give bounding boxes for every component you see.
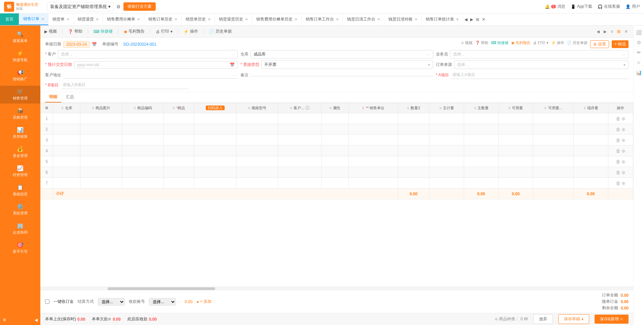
toolbar-help[interactable]: ❓ 帮助 — [68, 29, 82, 34]
copy-row-icon[interactable]: ⊕ — [621, 170, 626, 175]
sidebar-item-basic[interactable]: 📋 基础信息 — [0, 181, 40, 199]
tab-daily-reconcile[interactable]: 钱货日清对账 ✕ — [384, 13, 422, 25]
address-dots[interactable]: ··· — [233, 73, 236, 77]
payment-method-select[interactable]: 选择... — [98, 298, 125, 306]
payment-account-select[interactable]: 选择... — [149, 298, 176, 306]
copy-row-icon[interactable]: ⊕ — [621, 180, 626, 186]
copy-row-icon[interactable]: ⊕ — [621, 159, 626, 164]
copy-row-icon[interactable]: ⊕ — [621, 127, 626, 132]
delete-row-icon[interactable]: 🗑 — [616, 180, 620, 186]
staff-placeholder[interactable]: 选择... — [453, 51, 622, 57]
toolbar-operation[interactable]: ⚡ 操作 — [184, 29, 198, 34]
col-main-unit[interactable]: ⇅ 主计量 — [429, 103, 464, 113]
close-icon[interactable]: ✕ — [137, 17, 140, 21]
help-btn[interactable]: ❓ 帮助 — [475, 40, 488, 48]
sidebar-item-guide[interactable]: ⚡ 快捷导航 — [0, 47, 40, 65]
toolbar-history[interactable]: 📄 历史单据 — [209, 29, 232, 34]
sidebar-item-finance[interactable]: 💰 资金管理 — [0, 143, 40, 161]
right-tool-4[interactable]: ☆ — [635, 58, 643, 67]
col-available2[interactable]: ⇅ 可用量... — [533, 103, 574, 113]
tab-sales-fee[interactable]: 销售费用分摊单 ✕ — [103, 13, 144, 25]
warehouse-dots[interactable]: ··· — [427, 52, 430, 57]
staff-dots[interactable]: ··· — [622, 52, 626, 57]
history-btn[interactable]: 📄 历史单据 — [567, 40, 588, 48]
col-image[interactable]: ⇅ 商品图片 — [80, 103, 122, 113]
gear-button[interactable]: ⚙ — [116, 4, 121, 9]
delete-row-icon[interactable]: 🗑 — [616, 127, 620, 132]
scrollbar-area[interactable] — [40, 287, 633, 290]
delete-row-icon[interactable]: 🗑 — [616, 159, 620, 164]
toolbar-video[interactable]: ▶ 视频 — [44, 29, 57, 34]
nav-next-btn[interactable]: ▶ — [602, 29, 608, 34]
toolbar-print[interactable]: 🖨 打印 ▾ — [156, 29, 173, 34]
tab-close-all[interactable]: ✕ — [481, 13, 487, 25]
right-tool-2[interactable]: ⊙ — [635, 38, 643, 46]
right-tool-3[interactable]: ✏ — [635, 48, 643, 56]
nav-prev-btn[interactable]: ◀ — [595, 29, 601, 34]
col-scan[interactable]: 扫码录入 — [194, 103, 236, 113]
tab-scroll-right[interactable]: ▶ — [469, 13, 475, 25]
solution-button[interactable]: 体验行业方案 — [123, 2, 156, 11]
sidebar-item-sales[interactable]: 🛒 销售管理 — [0, 86, 40, 104]
close-icon[interactable]: ✕ — [336, 17, 339, 21]
col-code[interactable]: ⇅ 商品编码 — [122, 103, 164, 113]
sidebar-item-search[interactable]: 🔍 搜索菜单 — [0, 28, 40, 46]
close-icon[interactable]: ✕ — [377, 17, 380, 21]
col-goods[interactable]: ⇅ *商品 — [164, 103, 194, 113]
tab-sales-order[interactable]: 销售订单 ✕ — [19, 13, 48, 25]
app-download-button[interactable]: 📱 App下载 — [571, 4, 592, 9]
delete-row-icon[interactable]: 🗑 — [616, 170, 620, 175]
col-spec[interactable]: ⇅ 规格型号 — [236, 103, 278, 113]
close-icon[interactable]: ✕ — [67, 17, 69, 21]
close-icon[interactable]: ✕ — [456, 17, 459, 21]
toolbar-profit[interactable]: ◉ 毛利预告 — [124, 29, 145, 34]
close-icon[interactable]: ✕ — [208, 17, 211, 21]
col-attr[interactable]: ⇅ 属性 — [321, 103, 348, 113]
close-icon[interactable]: ✕ — [415, 17, 417, 21]
toolbar-shortcuts[interactable]: ⌨ 快捷键 — [93, 29, 113, 34]
expected-date-input[interactable]: yyyy-mm-dd — [77, 63, 230, 67]
sidebar-item-newbie[interactable]: 🎯 新手引导 — [0, 239, 40, 257]
view-icon-btn[interactable]: ⊙ 视频 — [461, 40, 472, 48]
right-tool-1[interactable]: ⬜ — [635, 28, 643, 36]
add-payment-button[interactable]: ● + 添加 — [196, 299, 212, 304]
collapse-icon[interactable]: ◀ — [35, 318, 38, 322]
notification-button[interactable]: 🔔 5 消息 — [545, 4, 565, 9]
delete-row-icon[interactable]: 🗑 — [616, 116, 620, 121]
close-icon[interactable]: ✕ — [245, 17, 248, 21]
tab-daily-workbench[interactable]: 钱货日清工作台 ✕ — [343, 13, 384, 25]
tab-detail[interactable]: 明细 — [45, 92, 61, 103]
tab-sales-order-history[interactable]: 销售订单历史 ✕ — [144, 13, 182, 25]
col-available[interactable]: ⇅ 可用量 — [498, 103, 533, 113]
close-icon[interactable]: ✕ — [175, 17, 177, 21]
tab-summary[interactable]: 汇总 — [62, 92, 78, 103]
copy-row-icon[interactable]: ⊕ — [621, 148, 626, 154]
close-icon[interactable]: ✕ — [295, 17, 297, 21]
col-warehouse[interactable]: ⇅ 仓库 — [53, 103, 80, 113]
grid-view-btn[interactable]: ⊞ — [616, 29, 622, 34]
calendar-icon[interactable]: 📅 — [92, 42, 97, 47]
tab-order-stats[interactable]: 销售订单统计表 ✕ — [422, 13, 463, 25]
sidebar-item-operation[interactable]: 📈 经营管理 — [0, 162, 40, 180]
col-stock[interactable]: ⇅ 现存量 — [573, 103, 608, 113]
shortcut-btn[interactable]: ⌨ 快捷键 — [491, 40, 508, 48]
sidebar-item-purchase[interactable]: 📦 采购管理 — [0, 105, 40, 123]
sidebar-item-marketing[interactable]: 📢 营销推广 — [0, 67, 40, 84]
calendar-icon2[interactable]: 📅 — [230, 63, 235, 67]
col-unit[interactable]: ⇅ ** 销售单位 — [349, 103, 398, 113]
tab-order-workbench[interactable]: 销售订单工作台 ✕ — [302, 13, 343, 25]
right-tool-5[interactable]: 📊 — [635, 69, 643, 77]
chevron-down-icon2[interactable]: ▾ — [428, 63, 430, 67]
order-source-placeholder[interactable]: 选择... — [457, 62, 623, 68]
system-title[interactable]: 装备及固定资产辅助管理系统 ▾ — [47, 2, 114, 11]
op-btn[interactable]: ⚡ 操作 — [551, 40, 564, 48]
col-customer-code[interactable]: ⇅ 客户... ⓘ — [278, 103, 321, 113]
close-icon[interactable]: ✕ — [96, 17, 99, 21]
user-menu[interactable]: 👤 用户 — [626, 4, 640, 9]
profit-btn[interactable]: ◉ 毛利预告 — [511, 40, 530, 48]
chevron-down-icon3[interactable]: ▾ — [623, 63, 626, 67]
account-dots[interactable]: ··· — [177, 299, 181, 304]
delete-row-icon[interactable]: 🗑 — [616, 148, 620, 154]
a-project-input[interactable]: 请输入A项目 — [452, 72, 475, 77]
delete-row-icon[interactable]: 🗑 — [616, 137, 620, 143]
